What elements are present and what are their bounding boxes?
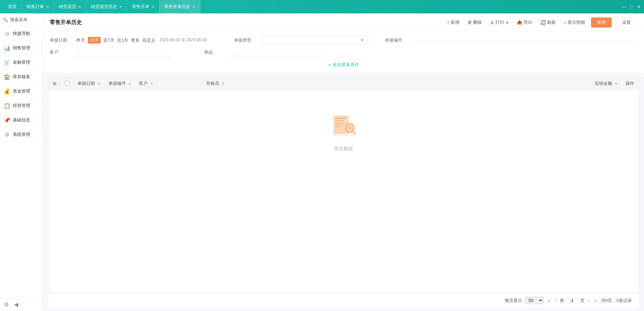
page-label-prefix: 第	[560, 298, 564, 304]
sidebar-item-finance[interactable]: 💰 资金管理	[0, 84, 43, 99]
window-close-btn[interactable]: ✕	[637, 4, 641, 9]
collapse-sidebar-icon[interactable]: ◀	[14, 301, 18, 308]
th-date[interactable]: 单据日期 ⇅	[73, 77, 104, 90]
tab-close-icon[interactable]: ✕	[151, 5, 154, 9]
th-actions: 操作	[622, 77, 638, 90]
refresh-button-label: 🔄 刷新	[540, 19, 556, 25]
tab-home[interactable]: 首页	[3, 0, 22, 13]
tab-retail-order[interactable]: 零售开单 ✕	[127, 0, 159, 13]
order-type-dropdown-icon: ▼	[360, 38, 364, 43]
th-customer[interactable]: 客户 ⇅	[135, 77, 202, 90]
tab-sales-order[interactable]: 销售订单 ✕	[22, 0, 54, 13]
tab-close-icon[interactable]: ✕	[192, 5, 195, 9]
tab-close-icon[interactable]: ✕	[46, 5, 49, 9]
sort-customer-icon[interactable]: ⇅	[150, 82, 153, 86]
tab-label: 销货退货	[59, 4, 76, 10]
page-size-select[interactable]: 50 10 20 100	[525, 297, 544, 304]
sidebar-item-purchase[interactable]: 🛒 采购管理	[0, 55, 43, 70]
filter-row-date: 单据日期 昨天 今天 近7天 近1月 更多 自定义 2023-06-02 至 2…	[50, 36, 637, 44]
tab-label: 零售开单	[132, 4, 149, 10]
sidebar-item-operations[interactable]: 📋 经营管理	[0, 99, 43, 113]
collapse-more-btn[interactable]: ∧ 收起更多条件	[50, 60, 637, 70]
sidebar-item-quick-nav[interactable]: ⊙ 快捷导航	[0, 27, 43, 41]
col-amount-label: 实销金额	[595, 81, 612, 86]
page-header: 零售开单历史 + 新增 🗑 删除 🖨 打印 ▼ 📤 导出 🔄 刷新	[43, 13, 644, 31]
print-dropdown-icon[interactable]: ▼	[505, 21, 509, 24]
search-icon: 🔍	[3, 17, 8, 22]
select-all-checkbox[interactable]	[65, 81, 69, 86]
customer-label: 客户	[50, 49, 70, 55]
order-num-input[interactable]	[412, 39, 637, 42]
tab-sales-return-history[interactable]: 销货退货历史 ✕	[86, 0, 127, 13]
date-7days[interactable]: 近7天	[103, 37, 114, 43]
export-button[interactable]: 📤 导出	[515, 18, 534, 27]
th-order-num[interactable]: 单据编号 ⇅	[104, 77, 135, 90]
date-1month[interactable]: 近1月	[117, 37, 128, 43]
page-title: 零售开单历史	[50, 19, 82, 26]
sidebar-item-label: 资金管理	[13, 88, 30, 94]
sidebar-item-sales[interactable]: 📊 销售管理	[0, 41, 43, 55]
sort-amount-icon[interactable]: ⇅	[615, 82, 617, 86]
page-number-input[interactable]	[566, 297, 578, 304]
tab-close-icon[interactable]: ✕	[78, 5, 81, 9]
refresh-button[interactable]: 🔄 刷新	[538, 18, 558, 27]
settings-icon[interactable]: ⚙	[53, 81, 57, 86]
th-amount[interactable]: 实销金额 ⇅	[591, 77, 622, 90]
tab-sales-return[interactable]: 销货退货 ✕	[54, 0, 86, 13]
customer-dots: ...	[78, 50, 82, 55]
svg-rect-5	[335, 126, 342, 127]
sort-guide-icon[interactable]: ⇅	[222, 82, 225, 86]
customer-input[interactable]: ...	[77, 48, 170, 56]
sidebar-item-system[interactable]: ⚙ 系统管理	[0, 127, 43, 142]
main-layout: 🔍 搜索采单 ⊙ 快捷导航 📊 销售管理 🛒 采购管理 🏠 库存核算 💰 资金管…	[0, 13, 644, 311]
col-ordernum-label: 单据编号	[108, 81, 126, 86]
set-button[interactable]: 设置	[616, 17, 637, 28]
goods-input[interactable]: ...	[231, 48, 325, 56]
sort-date-icon[interactable]: ⇅	[98, 82, 100, 86]
maximize-btn[interactable]: □	[630, 4, 633, 9]
tab-close-icon[interactable]: ✕	[119, 5, 122, 9]
col-guide-label: 导购员	[206, 81, 219, 86]
sidebar-item-label: 经营管理	[13, 103, 30, 109]
date-more[interactable]: 更多	[131, 37, 140, 43]
sales-icon: 📊	[4, 45, 10, 51]
order-num-label: 单据编号	[385, 37, 405, 43]
page-nav: « ‹ 第 页 › »	[546, 297, 598, 304]
prev-page-btn[interactable]: ‹	[553, 297, 558, 304]
basic-info-icon: 📌	[4, 117, 10, 123]
order-type-select[interactable]: ▼	[261, 36, 368, 44]
tab-home-label: 首页	[8, 4, 17, 10]
sidebar-item-basic-info[interactable]: 📌 基础信息	[0, 113, 43, 127]
th-guide[interactable]: 导购员 ⇅	[202, 77, 229, 90]
date-custom[interactable]: 自定义	[142, 37, 155, 43]
finance-icon: 💰	[4, 88, 10, 94]
th-checkbox[interactable]	[61, 77, 73, 90]
window-controls: — □ ✕	[622, 4, 641, 9]
date-yesterday[interactable]: 昨天	[77, 37, 85, 43]
minimize-btn[interactable]: —	[622, 4, 626, 9]
sidebar-search[interactable]: 🔍 搜索采单	[0, 13, 43, 27]
date-today[interactable]: 今天	[88, 37, 101, 44]
first-page-btn[interactable]: «	[546, 297, 552, 304]
print-button[interactable]: 🖨 打印 ▼	[488, 18, 511, 27]
sidebar-item-label: 销售管理	[13, 45, 30, 51]
col-date-label: 单据日期	[78, 81, 95, 86]
add-button[interactable]: + 新增	[445, 18, 461, 27]
display-detail-button[interactable]: □ 显示明细	[562, 18, 587, 27]
date-options: 昨天 今天 近7天 近1月 更多 自定义 2023-06-02 至 2023-0…	[77, 37, 207, 44]
table-header: ⚙ 单据日期 ⇅ 单据编号 ⇅	[49, 77, 638, 90]
date-range-text: 2023-06-02 至 2023-06-02	[159, 37, 207, 43]
settings-icon[interactable]: ⚙	[4, 301, 9, 308]
data-table: ⚙ 单据日期 ⇅ 单据编号 ⇅	[49, 77, 638, 172]
tab-retail-order-history[interactable]: 零售开单历史 ✕	[159, 0, 200, 13]
sort-ordernum-icon[interactable]: ⇅	[128, 82, 131, 86]
query-button[interactable]: 查询	[591, 17, 612, 28]
page-label-suffix: 页	[580, 298, 585, 304]
last-page-btn[interactable]: »	[593, 297, 598, 304]
sidebar-item-inventory[interactable]: 🏠 库存核算	[0, 70, 43, 84]
delete-button[interactable]: 🗑 删除	[465, 18, 484, 27]
next-page-btn[interactable]: ›	[587, 297, 591, 304]
inventory-icon: 🏠	[4, 74, 10, 80]
sidebar-search-label: 搜索采单	[10, 17, 28, 23]
th-settings[interactable]: ⚙	[49, 77, 61, 90]
